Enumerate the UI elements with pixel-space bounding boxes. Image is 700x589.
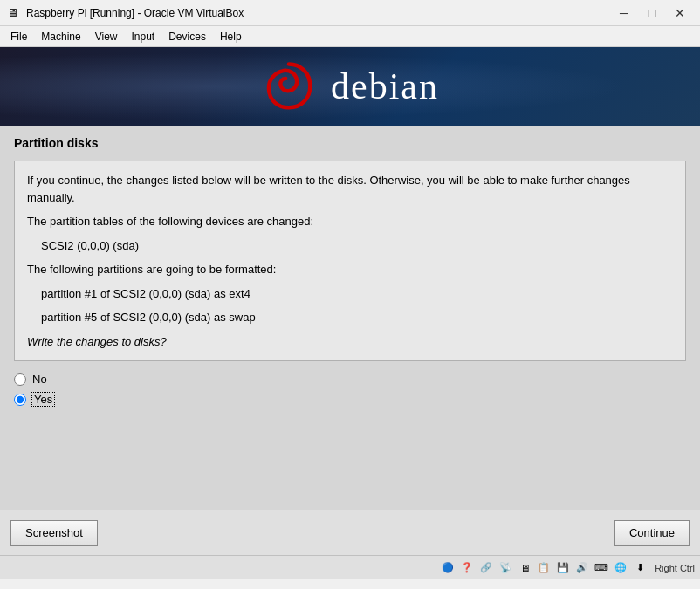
menu-machine[interactable]: Machine <box>34 29 87 45</box>
menu-help[interactable]: Help <box>213 29 249 45</box>
menu-devices[interactable]: Devices <box>161 29 213 45</box>
svg-point-0 <box>264 61 314 112</box>
radio-no-label[interactable]: No <box>14 372 686 387</box>
tray-icon-2: ❓ <box>459 560 475 576</box>
sys-tray: 🔵 ❓ 🔗 📡 🖥 📋 💾 🔊 ⌨ 🌐 ⬇ Right Ctrl <box>0 555 700 579</box>
radio-no-text: No <box>31 372 48 387</box>
radio-yes-label[interactable]: Yes <box>14 392 686 407</box>
app-icon: 🖥 <box>7 6 21 20</box>
tray-icon-9: ⌨ <box>594 560 609 576</box>
menu-input[interactable]: Input <box>125 29 162 45</box>
continue-button[interactable]: Continue <box>614 520 690 546</box>
radio-group: No Yes <box>14 372 686 407</box>
main-content: Partition disks If you continue, the cha… <box>0 126 700 510</box>
info-text-1: If you continue, the changes listed belo… <box>27 172 673 206</box>
window-title: Raspberry Pi [Running] - Oracle VM Virtu… <box>26 7 244 19</box>
tray-icon-8: 🔊 <box>574 560 590 576</box>
tray-icon-10: 🌐 <box>613 560 628 576</box>
section-title: Partition disks <box>14 136 686 150</box>
tray-icon-1: 🔵 <box>440 560 456 576</box>
debian-swirl-icon <box>261 58 317 114</box>
tray-icon-4: 📡 <box>498 560 513 576</box>
bottom-bar: Screenshot Continue <box>0 510 700 555</box>
menu-view[interactable]: View <box>88 29 125 45</box>
title-bar: 🖥 Raspberry Pi [Running] - Oracle VM Vir… <box>0 0 700 26</box>
tray-icon-11: ⬇ <box>632 560 648 576</box>
radio-no[interactable] <box>14 373 26 386</box>
partition-1: partition #1 of SCSI2 (0,0,0) (sda) as e… <box>27 285 673 303</box>
menu-file[interactable]: File <box>3 29 34 45</box>
tray-icon-5: 🖥 <box>517 560 532 576</box>
title-bar-left: 🖥 Raspberry Pi [Running] - Oracle VM Vir… <box>7 6 244 20</box>
tray-icon-6: 📋 <box>536 560 552 576</box>
info-text-3: The following partitions are going to be… <box>27 261 673 278</box>
right-ctrl-label: Right Ctrl <box>655 563 695 573</box>
partition-2: partition #5 of SCSI2 (0,0,0) (sda) as s… <box>27 309 673 326</box>
debian-header: debian <box>0 47 700 126</box>
title-bar-controls: ─ □ ✕ <box>611 3 693 23</box>
write-question: Write the changes to disks? <box>27 333 673 351</box>
debian-logo: debian <box>261 58 439 114</box>
menu-bar: File Machine View Input Devices Help <box>0 26 700 47</box>
info-box: If you continue, the changes listed belo… <box>14 161 686 361</box>
close-button[interactable]: ✕ <box>667 3 693 23</box>
debian-brand-text: debian <box>331 65 439 107</box>
device-1: SCSI2 (0,0,0) (sda) <box>27 237 673 255</box>
info-text-2: The partition tables of the following de… <box>27 213 673 230</box>
screenshot-button[interactable]: Screenshot <box>10 520 98 546</box>
tray-icon-3: 🔗 <box>478 560 494 576</box>
tray-icon-7: 💾 <box>555 560 571 576</box>
radio-yes[interactable] <box>14 394 26 406</box>
restore-button[interactable]: □ <box>639 3 665 23</box>
radio-yes-text: Yes <box>31 392 55 407</box>
minimize-button[interactable]: ─ <box>611 3 637 23</box>
